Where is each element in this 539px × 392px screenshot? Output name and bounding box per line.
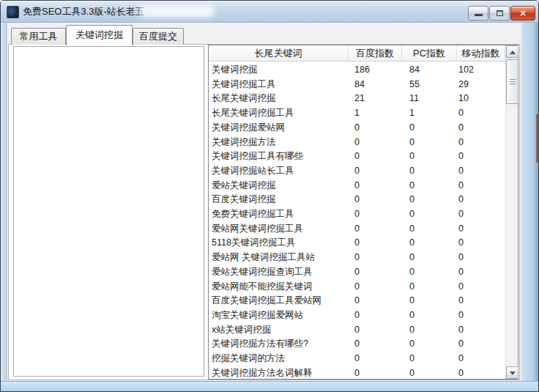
vertical-scrollbar[interactable]	[505, 45, 518, 379]
keyword-cell: 关键词挖掘方法有哪些?	[212, 336, 308, 351]
pc-index-cell: 0	[409, 351, 415, 366]
tab-common-tools[interactable]: 常用工具	[11, 28, 66, 45]
mobile-index-cell: 0	[458, 322, 464, 337]
keyword-cell: 爱站关键词挖掘	[212, 178, 276, 193]
keyword-cell: 免费关键词挖掘工具	[212, 207, 294, 221]
header-col-baidu-index[interactable]: 百度指数	[349, 45, 402, 62]
mobile-index-cell: 0	[458, 336, 464, 351]
window-border-right	[521, 23, 539, 381]
baidu-index-cell: 0	[354, 250, 360, 265]
table-row[interactable]: 关键词挖掘方法有哪些?000	[209, 336, 505, 351]
pc-index-cell: 0	[409, 279, 415, 294]
close-button[interactable]: ×	[510, 6, 535, 21]
mobile-index-cell: 0	[458, 192, 464, 207]
table-row[interactable]: 爱站网关键词挖掘工具000	[209, 221, 505, 236]
table-row[interactable]: x站关键词挖掘000	[209, 322, 505, 337]
keyword-cell: 爱站关键词挖掘查询工具	[212, 265, 313, 279]
keyword-cell: x站关键词挖掘	[212, 322, 271, 337]
scroll-down-button[interactable]	[506, 366, 518, 379]
baidu-index-cell: 21	[354, 91, 365, 106]
scrollbar-thumb[interactable]	[506, 59, 518, 104]
keyword-cell: 关键词挖掘方法	[212, 135, 276, 149]
baidu-index-cell: 0	[354, 293, 360, 308]
minimize-icon	[475, 14, 483, 16]
baidu-index-cell: 0	[354, 207, 360, 221]
table-row[interactable]: 爱站关键词挖掘查询工具000	[209, 265, 505, 279]
table-header: 长尾关键词百度指数PC指数移动指数	[209, 45, 505, 62]
baidu-index-cell: 0	[354, 149, 360, 163]
arrow-up-icon	[510, 51, 516, 54]
pc-index-cell: 0	[409, 293, 415, 308]
keyword-cell: 长尾关键词挖掘	[212, 91, 276, 106]
table-row[interactable]: 关键词挖掘方法名词解释000	[209, 366, 505, 380]
border-artifact	[536, 114, 539, 163]
table-row[interactable]: 挖掘关键词的方法000	[209, 351, 505, 366]
mobile-index-cell: 0	[458, 293, 464, 308]
baidu-index-cell: 0	[354, 192, 360, 207]
baidu-index-cell: 0	[354, 366, 360, 380]
scroll-up-button[interactable]	[506, 45, 518, 58]
app-icon	[7, 6, 19, 18]
control-panel	[13, 46, 204, 377]
table-row[interactable]: 爱站网能不能挖掘关键词000	[209, 279, 505, 294]
baidu-index-cell: 0	[354, 221, 360, 236]
keyword-cell: 关键词挖掘工具	[212, 77, 276, 92]
maximize-button[interactable]	[489, 6, 510, 21]
title-bar[interactable]: 免费SEO工具3.3版-站长老五 ×	[1, 1, 539, 23]
baidu-index-cell: 1	[354, 106, 360, 120]
table-row[interactable]: 关键词挖掘工具有哪些000	[209, 149, 505, 163]
mobile-index-cell: 0	[458, 163, 464, 178]
table-row[interactable]: 爱站关键词挖掘000	[209, 178, 505, 193]
pc-index-cell: 0	[409, 366, 415, 380]
pc-index-cell: 0	[409, 120, 415, 135]
baidu-index-cell: 84	[354, 77, 365, 92]
table-row[interactable]: 淘宝关键词挖掘爱网站000	[209, 308, 505, 322]
mobile-index-cell: 0	[458, 265, 464, 279]
keyword-cell: 爱站网 关键词挖掘工具站	[212, 250, 315, 265]
keyword-cell: 百度关键词挖掘工具爱站网	[212, 293, 321, 308]
pc-index-cell: 0	[409, 221, 415, 236]
pc-index-cell: 0	[409, 135, 415, 149]
baidu-index-cell: 0	[354, 322, 360, 337]
mobile-index-cell: 0	[458, 135, 464, 149]
pc-index-cell: 0	[409, 250, 415, 265]
table-row[interactable]: 百度关键词挖掘工具爱站网000	[209, 293, 505, 308]
mobile-index-cell: 0	[458, 250, 464, 265]
keyword-cell: 关键词挖掘爱站网	[212, 120, 285, 135]
window-title: 免费SEO工具3.3版-站长老五	[23, 1, 145, 23]
mobile-index-cell: 0	[458, 308, 464, 322]
table-row[interactable]: 关键词挖掘爱站网000	[209, 120, 505, 135]
window-border-bottom	[1, 381, 539, 392]
table-row[interactable]: 长尾关键词挖掘211110	[209, 91, 505, 106]
table-row[interactable]: 关键词挖掘站长工具000	[209, 163, 505, 178]
header-col-pc-index[interactable]: PC指数	[402, 45, 457, 62]
tab-keyword-mining[interactable]: 关键词挖掘	[66, 25, 133, 45]
app-window: 免费SEO工具3.3版-站长老五 × 常用工具关键词挖掘百度提交 关键词挖掘 已…	[0, 0, 539, 392]
mobile-index-cell: 102	[458, 62, 474, 77]
table-row[interactable]: 爱站网 关键词挖掘工具站000	[209, 250, 505, 265]
keyword-cell: 百度关键词挖掘	[212, 192, 276, 207]
table-row[interactable]: 关键词挖掘18684102	[209, 62, 505, 77]
minimize-button[interactable]	[468, 6, 488, 21]
table-row[interactable]: 关键词挖掘方法000	[209, 135, 505, 149]
baidu-index-cell: 0	[354, 351, 360, 366]
header-col-keyword[interactable]: 长尾关键词	[209, 45, 349, 62]
mobile-index-cell: 0	[458, 279, 464, 294]
keyword-table: 长尾关键词百度指数PC指数移动指数 关键词挖掘18684102关键词挖掘工具84…	[208, 45, 518, 380]
baidu-index-cell: 0	[354, 135, 360, 149]
pc-index-cell: 11	[409, 91, 419, 106]
baidu-index-cell: 0	[354, 120, 360, 135]
pc-index-cell: 0	[409, 163, 415, 178]
table-row[interactable]: 百度关键词挖掘000	[209, 192, 505, 207]
mobile-index-cell: 10	[458, 91, 469, 106]
keyword-cell: 关键词挖掘工具有哪些	[212, 149, 303, 163]
table-row[interactable]: 长尾关键词挖掘工具110	[209, 106, 505, 120]
pc-index-cell: 84	[409, 62, 420, 77]
table-row[interactable]: 5118关键词挖掘工具000	[209, 235, 505, 250]
tab-baidu-submit[interactable]: 百度提交	[133, 28, 184, 45]
header-col-mobile-index[interactable]: 移动指数	[457, 45, 505, 62]
mobile-index-cell: 0	[458, 207, 464, 221]
table-row[interactable]: 免费关键词挖掘工具000	[209, 207, 505, 221]
table-row[interactable]: 关键词挖掘工具845529	[209, 77, 505, 92]
baidu-index-cell: 0	[354, 336, 360, 351]
